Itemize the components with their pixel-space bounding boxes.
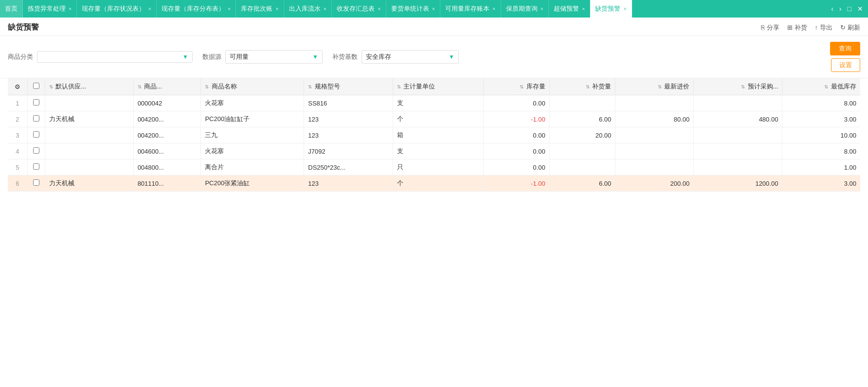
- category-select[interactable]: ▼: [37, 51, 193, 63]
- close-icon[interactable]: ×: [324, 6, 326, 12]
- nav-next-button[interactable]: ›: [836, 0, 845, 18]
- row-replenish: 20.00: [549, 127, 615, 143]
- top-nav: 首页 拣货异常处理 × 现存量（库存状况表） × 现存量（库存分布表） × 库存…: [0, 0, 868, 18]
- row-replenish: [549, 143, 615, 159]
- row-select-checkbox[interactable]: [33, 179, 39, 186]
- th-gear[interactable]: ⚙: [8, 78, 27, 95]
- row-name: PC200油缸缸子: [201, 111, 304, 127]
- nav-tab-available[interactable]: 可用量库存账本 ×: [440, 0, 501, 18]
- export-button[interactable]: ↑ 导出: [815, 23, 833, 32]
- row-spec: SS816: [304, 95, 393, 111]
- row-minstock: 3.00: [782, 176, 860, 192]
- row-stock: 0.00: [483, 143, 549, 159]
- th-code: ⇅ 商品...: [133, 78, 201, 95]
- sort-icon: ⇅: [824, 84, 828, 89]
- nav-tab-overstock[interactable]: 超储预警 ×: [549, 0, 590, 18]
- row-index: 2: [8, 111, 27, 127]
- filter-area: 商品分类 ▼ 数据源 可用量 ▼ 补货基数 安全库存 ▼ 查询 设置: [0, 36, 868, 78]
- row-price: [615, 95, 694, 111]
- close-icon[interactable]: ×: [378, 6, 380, 12]
- th-minstock: ⇅ 最低库存: [782, 78, 860, 95]
- row-index: 6: [8, 176, 27, 192]
- row-checkbox-cell: [27, 159, 45, 176]
- sort-icon: ⇅: [520, 84, 524, 89]
- sort-icon: ⇅: [308, 84, 312, 89]
- replenish-button[interactable]: ⊞ 补货: [787, 23, 807, 32]
- row-code: 0000042: [133, 95, 201, 111]
- th-unit: ⇅ 主计量单位: [393, 78, 483, 95]
- basis-select[interactable]: 安全库存 ▼: [362, 50, 459, 64]
- close-icon[interactable]: ×: [541, 6, 543, 12]
- settings-button[interactable]: 设置: [831, 58, 860, 72]
- close-icon[interactable]: ×: [69, 6, 72, 12]
- datasource-label: 数据源: [202, 53, 221, 61]
- table-row: 10000042火花塞SS816支0.008.00: [8, 95, 860, 111]
- nav-close-button[interactable]: ✕: [854, 0, 866, 18]
- row-name: 三九: [201, 127, 304, 143]
- row-supplier: [45, 127, 133, 143]
- row-code: 004200...: [133, 111, 201, 127]
- row-stock: -1.00: [483, 176, 549, 192]
- table-container: ⚙ ⇅ 默认供应... ⇅ 商品... ⇅ 商品名称: [0, 78, 868, 192]
- page-header: 缺货预警 ⎘ 分享 ⊞ 补货 ↑ 导出 ↻ 刷新: [0, 18, 868, 36]
- close-icon[interactable]: ×: [623, 6, 626, 12]
- row-minstock: 8.00: [782, 95, 860, 111]
- nav-tab-flow[interactable]: 出入库流水 ×: [284, 0, 332, 18]
- row-replenish: [549, 95, 615, 111]
- close-icon[interactable]: ×: [228, 6, 231, 12]
- table-header-row: ⚙ ⇅ 默认供应... ⇅ 商品... ⇅ 商品名称: [8, 78, 860, 95]
- nav-tab-summary[interactable]: 收发存汇总表 ×: [332, 0, 386, 18]
- th-spec: ⇅ 规格型号: [304, 78, 393, 95]
- row-select-checkbox[interactable]: [33, 115, 39, 122]
- row-price: [615, 127, 694, 143]
- nav-tab-shortage[interactable]: 缺货预警 ×: [590, 0, 632, 18]
- row-checkbox-cell: [27, 176, 45, 192]
- row-supplier: 力天机械: [45, 111, 133, 127]
- query-button[interactable]: 查询: [830, 42, 860, 55]
- nav-tab-batch[interactable]: 库存批次账 ×: [236, 0, 284, 18]
- row-select-checkbox[interactable]: [33, 131, 39, 138]
- nav-tab-stock2[interactable]: 现存量（库存分布表） ×: [157, 0, 236, 18]
- row-supplier: [45, 143, 133, 159]
- row-forecast: [694, 95, 782, 111]
- row-select-checkbox[interactable]: [33, 163, 39, 170]
- nav-window-button[interactable]: □: [845, 0, 854, 18]
- row-checkbox-cell: [27, 111, 45, 127]
- close-icon[interactable]: ×: [148, 6, 151, 12]
- datasource-select[interactable]: 可用量 ▼: [225, 50, 323, 64]
- row-unit: 箱: [393, 127, 483, 143]
- nav-tab-stock1[interactable]: 现存量（库存状况表） ×: [77, 0, 156, 18]
- nav-tab-picking[interactable]: 拣货异常处理 ×: [23, 0, 77, 18]
- row-stock: 0.00: [483, 95, 549, 111]
- refresh-button[interactable]: ↻ 刷新: [840, 23, 860, 32]
- shortage-table: ⚙ ⇅ 默认供应... ⇅ 商品... ⇅ 商品名称: [8, 78, 860, 192]
- table-row: 5004800...离合片DS250*23c...只0.001.00: [8, 159, 860, 176]
- share-button[interactable]: ⎘ 分享: [761, 23, 779, 32]
- nav-controls: ‹ › □ ✕: [828, 0, 868, 18]
- row-select-checkbox[interactable]: [33, 147, 39, 154]
- category-label: 商品分类: [8, 53, 33, 61]
- nav-tab-order[interactable]: 要货单统计表 ×: [386, 0, 440, 18]
- select-all-checkbox[interactable]: [33, 83, 39, 89]
- th-checkbox: [27, 78, 45, 95]
- row-price: [615, 143, 694, 159]
- row-price: 200.00: [615, 176, 694, 192]
- nav-tab-expiry[interactable]: 保质期查询 ×: [501, 0, 549, 18]
- close-icon[interactable]: ×: [492, 6, 495, 12]
- row-unit: 只: [393, 159, 483, 176]
- row-select-checkbox[interactable]: [33, 99, 39, 106]
- nav-prev-button[interactable]: ‹: [828, 0, 836, 18]
- row-unit: 支: [393, 95, 483, 111]
- close-icon[interactable]: ×: [432, 6, 435, 12]
- row-checkbox-cell: [27, 143, 45, 159]
- close-icon[interactable]: ×: [275, 6, 278, 12]
- row-forecast: [694, 159, 782, 176]
- nav-tab-home[interactable]: 首页: [0, 0, 23, 18]
- row-code: 801110...: [133, 176, 201, 192]
- row-supplier: [45, 95, 133, 111]
- row-forecast: [694, 127, 782, 143]
- close-icon[interactable]: ×: [582, 6, 585, 12]
- row-supplier: 力天机械: [45, 176, 133, 192]
- row-minstock: 10.00: [782, 127, 860, 143]
- basis-filter-group: 补货基数 安全库存 ▼: [332, 50, 459, 64]
